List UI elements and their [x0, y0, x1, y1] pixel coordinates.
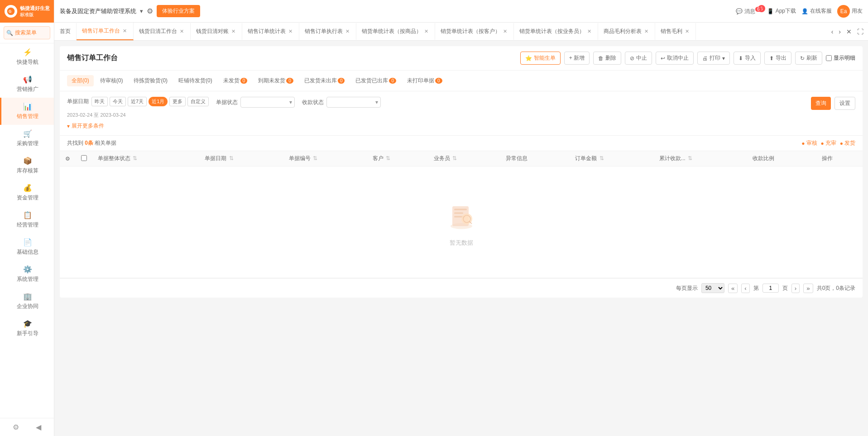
sub-tab-shipped-out[interactable]: 已发货已出库0 [351, 75, 401, 86]
date-more[interactable]: 更多 [169, 97, 186, 106]
collapse-button[interactable]: ◀ [36, 423, 41, 431]
sub-tab-pending-check[interactable]: 待拣货验货(0) [129, 75, 172, 86]
col-date-sort[interactable]: ⇅ [229, 155, 234, 161]
sidebar-item-marketing[interactable]: 📢 营销推广 [0, 71, 54, 98]
tab-sales-profit[interactable]: 销售毛利 ✕ [655, 23, 696, 40]
col-collected-sort[interactable]: ⇅ [688, 155, 692, 161]
message-item[interactable]: 💬 6 消息6 [736, 7, 762, 15]
tab-cash-daily[interactable]: 钱货日清工作台 ✕ [134, 23, 191, 40]
status-select[interactable] [240, 97, 295, 108]
cancel-stop-button[interactable]: ↩ 取消中止 [656, 52, 694, 65]
page-first-button[interactable]: « [728, 284, 738, 293]
tab-cash-daily-close[interactable]: ✕ [179, 28, 185, 34]
tab-margin-analysis-close[interactable]: ✕ [643, 28, 649, 34]
sidebar-item-sales[interactable]: 📊 销售管理 [0, 98, 54, 125]
sub-tab-pending-review[interactable]: 待审核(0) [96, 75, 128, 86]
page-last-button[interactable]: » [803, 284, 813, 293]
smart-create-button[interactable]: ⭐ 智能生单 [520, 52, 561, 65]
date-1month[interactable]: 近1月 [149, 97, 168, 106]
tab-sales-exec-close[interactable]: ✕ [345, 28, 350, 34]
ship-action-button[interactable]: ● 发货 [840, 139, 855, 147]
tab-sales-exec[interactable]: 销售订单执行表 ✕ [299, 23, 356, 40]
tabs-right-button[interactable]: › [837, 27, 843, 36]
filter-settings-button[interactable]: 设置 [834, 97, 855, 110]
expand-conditions-button[interactable]: ▾ 展开更多条件 [67, 122, 855, 130]
finance-icon: 💰 [23, 184, 32, 192]
sidebar-item-enterprise[interactable]: 🏢 企业协同 [0, 288, 54, 315]
sub-tab-not-shipped[interactable]: 未发货0 [219, 75, 252, 86]
settings-bottom-button[interactable]: ⚙ [13, 423, 19, 431]
tab-sales-single-product[interactable]: 销货单统计表（按商品） ✕ [356, 23, 435, 40]
tab-sales-stats-close[interactable]: ✕ [288, 28, 293, 34]
user-item[interactable]: Ea 用友 [837, 5, 863, 18]
tab-cash-reconcile[interactable]: 钱货日清对账 ✕ [191, 23, 242, 40]
sub-tab-shipped-not-out[interactable]: 已发货未出库0 [300, 75, 350, 86]
delete-button[interactable]: 🗑 删除 [593, 52, 621, 65]
refresh-button[interactable]: ↻ 刷新 [795, 52, 822, 65]
sub-tab-all[interactable]: 全部(0) [67, 75, 94, 86]
stop-button[interactable]: ⊘ 中止 [625, 52, 652, 65]
sidebar-item-quicknav[interactable]: ⚡ 快捷导航 [0, 43, 54, 71]
tab-sales-order-close[interactable]: ✕ [122, 28, 128, 34]
col-amount-sort[interactable]: ⇅ [599, 155, 604, 161]
print-button[interactable]: 🖨 打印 ▾ [697, 52, 730, 65]
sidebar-item-finance[interactable]: 💰 资金管理 [0, 179, 54, 206]
tab-sales-single-staff-close[interactable]: ✕ [586, 28, 592, 34]
per-page-select[interactable]: 50 10 20 100 [701, 283, 724, 293]
search-menu-button[interactable]: 🔍 搜索菜单 [4, 26, 50, 39]
export-button[interactable]: ⬆ 导出 [764, 52, 791, 65]
page-number-input[interactable] [762, 284, 779, 293]
col-checkbox[interactable] [76, 151, 92, 166]
tab-sales-profit-close[interactable]: ✕ [684, 28, 690, 34]
cancel-review-action-button[interactable]: ● 充审 [821, 139, 836, 147]
tab-sales-order[interactable]: 销售订单工作台 ✕ [77, 23, 134, 40]
tab-sales-single-product-close[interactable]: ✕ [423, 28, 429, 34]
page-prev-button[interactable]: ‹ [741, 284, 749, 293]
date-custom[interactable]: 自定义 [187, 97, 209, 106]
show-detail-label[interactable]: 显示明细 [826, 54, 855, 62]
tabs-expand-button[interactable]: ⛶ [855, 27, 865, 36]
import-button[interactable]: ⬇ 导入 [734, 52, 761, 65]
tab-margin-analysis[interactable]: 商品毛利分析表 ✕ [598, 23, 655, 40]
tab-sales-single-customer[interactable]: 销货单统计表（按客户） ✕ [435, 23, 514, 40]
tabs-left-button[interactable]: ‹ [830, 27, 835, 36]
tab-home[interactable]: 首页 [54, 23, 77, 40]
topbar-settings-button[interactable]: ⚙ [147, 7, 153, 15]
review-action-button[interactable]: ● 审核 [801, 139, 817, 147]
col-staff-sort[interactable]: ⇅ [452, 155, 457, 161]
tab-sales-single-customer-close[interactable]: ✕ [502, 28, 508, 34]
select-all-checkbox[interactable] [81, 155, 87, 161]
tab-cash-reconcile-close[interactable]: ✕ [230, 28, 236, 34]
sidebar-item-basic[interactable]: 📄 基础信息 [0, 233, 54, 261]
col-status-sort[interactable]: ⇅ [133, 155, 137, 161]
sidebar-item-purchase[interactable]: 🛒 采购管理 [0, 125, 54, 152]
date-yesterday[interactable]: 昨天 [91, 97, 108, 106]
sidebar-item-enterprise-label: 企业协同 [17, 303, 38, 310]
col-settings[interactable]: ⚙ [60, 151, 76, 166]
col-customer-sort[interactable]: ⇅ [386, 155, 390, 161]
tabs-close-button[interactable]: ✕ [844, 27, 854, 36]
system-dropdown-button[interactable]: ▾ [140, 8, 143, 14]
total-count: 0条 [85, 140, 93, 146]
sub-tab-wangpu[interactable]: 旺铺待发货(0) [174, 75, 217, 86]
date-7days[interactable]: 近7天 [128, 97, 147, 106]
online-service-item[interactable]: 👤 在线客服 [801, 7, 832, 15]
tab-sales-stats[interactable]: 销售订单统计表 ✕ [242, 23, 299, 40]
sidebar-item-inventory[interactable]: 📦 库存核算 [0, 152, 54, 179]
add-button[interactable]: + 新增 [564, 52, 590, 65]
sales-icon: 📊 [23, 102, 32, 111]
sidebar-item-system[interactable]: ⚙️ 系统管理 [0, 261, 54, 288]
sub-tab-expired[interactable]: 到期未发货0 [254, 75, 298, 86]
tab-sales-single-staff[interactable]: 销货单统计表（按业务员） ✕ [514, 23, 598, 40]
sidebar-item-guide[interactable]: 🎓 新手引导 [0, 315, 54, 342]
sub-tab-not-printed[interactable]: 未打印单据0 [403, 75, 447, 86]
sidebar-item-operation[interactable]: 📋 经营管理 [0, 206, 54, 233]
solution-button[interactable]: 体验行业方案 [157, 5, 200, 17]
payment-select[interactable] [326, 97, 381, 108]
page-next-button[interactable]: › [791, 284, 800, 293]
show-detail-checkbox[interactable] [826, 55, 832, 61]
date-today[interactable]: 今天 [110, 97, 126, 106]
col-number-sort[interactable]: ⇅ [313, 155, 317, 161]
query-button[interactable]: 查询 [811, 97, 831, 110]
app-download-item[interactable]: 📱 App下载 [767, 7, 796, 15]
